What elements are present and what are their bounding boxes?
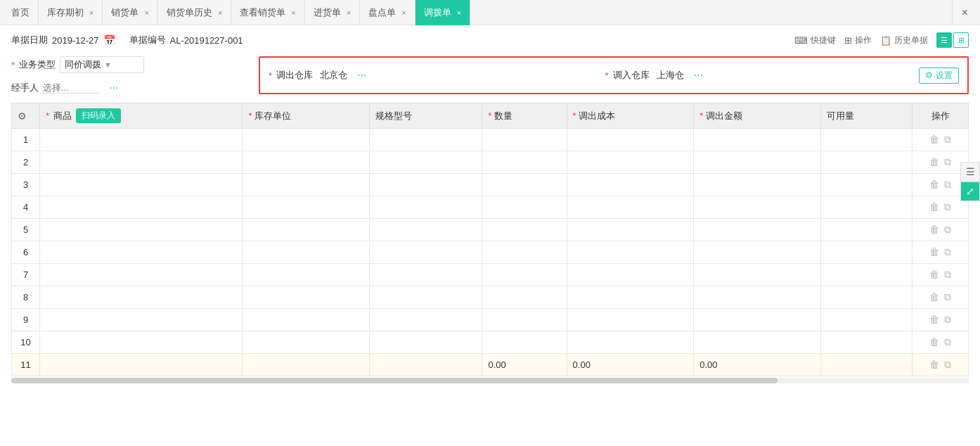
cell-product[interactable] bbox=[40, 129, 243, 151]
cell-cost[interactable] bbox=[567, 286, 694, 309]
cell-cost[interactable] bbox=[567, 241, 694, 264]
tab-sales-history[interactable]: 销货单历史 × bbox=[158, 0, 231, 25]
tab-sales-order-close[interactable]: × bbox=[144, 8, 148, 17]
tab-view-sales[interactable]: 查看销货单 × bbox=[231, 0, 304, 25]
delete-icon[interactable]: 🗑 bbox=[929, 336, 939, 348]
cell-spec[interactable] bbox=[370, 196, 482, 219]
cell-product[interactable] bbox=[40, 331, 243, 354]
delete-icon[interactable]: 🗑 bbox=[929, 179, 939, 190]
cell-cost[interactable] bbox=[567, 264, 694, 286]
cell-available[interactable] bbox=[820, 174, 912, 196]
cell-quantity[interactable] bbox=[482, 174, 567, 196]
cell-spec[interactable] bbox=[370, 286, 482, 309]
cell-amount[interactable] bbox=[694, 174, 821, 196]
cell-unit[interactable] bbox=[243, 309, 370, 331]
cell-unit[interactable] bbox=[243, 196, 370, 219]
cell-quantity[interactable] bbox=[482, 241, 567, 264]
delete-icon[interactable]: 🗑 bbox=[929, 156, 939, 167]
copy-icon[interactable]: ⧉ bbox=[944, 179, 951, 190]
cell-quantity[interactable] bbox=[482, 264, 567, 286]
cell-cost[interactable] bbox=[567, 174, 694, 196]
cell-available[interactable] bbox=[820, 241, 912, 264]
cell-available[interactable] bbox=[820, 196, 912, 219]
cell-amount[interactable] bbox=[694, 331, 821, 354]
copy-icon[interactable]: ⧉ bbox=[944, 314, 951, 325]
handler-input[interactable] bbox=[43, 82, 99, 94]
warehouse-out-more-button[interactable]: ··· bbox=[357, 69, 366, 82]
th-settings[interactable]: ⚙ bbox=[12, 103, 40, 129]
cell-quantity[interactable] bbox=[482, 151, 567, 174]
cell-quantity[interactable] bbox=[482, 196, 567, 219]
window-close-button[interactable]: × bbox=[952, 0, 977, 25]
cell-quantity[interactable] bbox=[482, 331, 567, 354]
cell-unit[interactable] bbox=[243, 241, 370, 264]
cell-amount[interactable] bbox=[694, 151, 821, 174]
table-row[interactable]: 1 🗑 ⧉ bbox=[12, 129, 969, 151]
cell-spec[interactable] bbox=[370, 241, 482, 264]
cell-available[interactable] bbox=[820, 331, 912, 354]
shortcuts-button[interactable]: ⌨ 快捷键 bbox=[794, 34, 836, 46]
setting-button[interactable]: ⚙ 设置 bbox=[919, 68, 959, 84]
cell-unit[interactable] bbox=[243, 129, 370, 151]
cell-spec[interactable] bbox=[370, 151, 482, 174]
cell-product[interactable] bbox=[40, 264, 243, 286]
delete-icon[interactable]: 🗑 bbox=[929, 269, 939, 280]
cell-available[interactable] bbox=[820, 219, 912, 241]
delete-icon[interactable]: 🗑 bbox=[929, 134, 939, 145]
cell-cost[interactable] bbox=[567, 129, 694, 151]
cell-amount[interactable] bbox=[694, 129, 821, 151]
cell-quantity[interactable] bbox=[482, 219, 567, 241]
cell-spec[interactable] bbox=[370, 129, 482, 151]
copy-icon[interactable]: ⧉ bbox=[944, 156, 951, 167]
copy-icon[interactable]: ⧉ bbox=[944, 224, 951, 235]
tab-sales-history-close[interactable]: × bbox=[218, 8, 222, 17]
business-type-select[interactable]: 同价调拨 ▼ bbox=[60, 56, 144, 73]
cell-amount[interactable] bbox=[694, 196, 821, 219]
copy-icon[interactable]: ⧉ bbox=[944, 269, 951, 280]
cell-quantity[interactable] bbox=[482, 309, 567, 331]
delete-icon[interactable]: 🗑 bbox=[929, 201, 939, 212]
cell-unit[interactable] bbox=[243, 174, 370, 196]
delete-icon[interactable]: 🗑 bbox=[929, 224, 939, 235]
tab-sales-order[interactable]: 销货单 × bbox=[103, 0, 157, 25]
cell-unit[interactable] bbox=[243, 286, 370, 309]
table-row[interactable]: 7 🗑 ⧉ bbox=[12, 264, 969, 286]
cell-cost[interactable] bbox=[567, 219, 694, 241]
cell-product[interactable] bbox=[40, 241, 243, 264]
cell-product[interactable] bbox=[40, 309, 243, 331]
operations-button[interactable]: ⊞ 操作 bbox=[844, 34, 872, 46]
copy-icon[interactable]: ⧉ bbox=[944, 336, 951, 348]
tab-stocktake-close[interactable]: × bbox=[401, 8, 406, 17]
scroll-thumb[interactable] bbox=[11, 378, 778, 383]
cell-amount[interactable] bbox=[694, 309, 821, 331]
table-row[interactable]: 6 🗑 ⧉ bbox=[12, 241, 969, 264]
tab-inventory-open-close[interactable]: × bbox=[89, 8, 94, 17]
handler-more-button[interactable]: ··· bbox=[109, 82, 118, 94]
copy-icon[interactable]: ⧉ bbox=[944, 201, 951, 212]
copy-icon[interactable]: ⧉ bbox=[944, 291, 951, 302]
cell-product[interactable] bbox=[40, 286, 243, 309]
table-row[interactable]: 8 🗑 ⧉ bbox=[12, 286, 969, 309]
tab-purchase-order[interactable]: 进货单 × bbox=[305, 0, 360, 25]
cell-available[interactable] bbox=[820, 129, 912, 151]
table-gear-icon[interactable]: ⚙ bbox=[18, 110, 27, 122]
cell-cost[interactable] bbox=[567, 196, 694, 219]
copy-icon[interactable]: ⧉ bbox=[944, 134, 951, 145]
cell-available[interactable] bbox=[820, 309, 912, 331]
calendar-icon[interactable]: 📅 bbox=[103, 34, 115, 46]
cell-available[interactable] bbox=[820, 151, 912, 174]
table-row[interactable]: 2 🗑 ⧉ bbox=[12, 151, 969, 174]
cell-amount[interactable] bbox=[694, 219, 821, 241]
table-row[interactable]: 4 🗑 ⧉ bbox=[12, 196, 969, 219]
tab-view-sales-close[interactable]: × bbox=[291, 8, 295, 17]
subtotal-delete-icon[interactable]: 🗑 bbox=[929, 359, 939, 370]
table-row[interactable]: 9 🗑 ⧉ bbox=[12, 309, 969, 331]
table-row[interactable]: 3 🗑 ⧉ bbox=[12, 174, 969, 196]
tab-transfer-close[interactable]: × bbox=[457, 8, 461, 17]
cell-spec[interactable] bbox=[370, 264, 482, 286]
table-row[interactable]: 10 🗑 ⧉ bbox=[12, 331, 969, 354]
cell-spec[interactable] bbox=[370, 309, 482, 331]
cell-amount[interactable] bbox=[694, 241, 821, 264]
cell-spec[interactable] bbox=[370, 174, 482, 196]
right-tool-list[interactable]: ☰ bbox=[960, 162, 980, 181]
